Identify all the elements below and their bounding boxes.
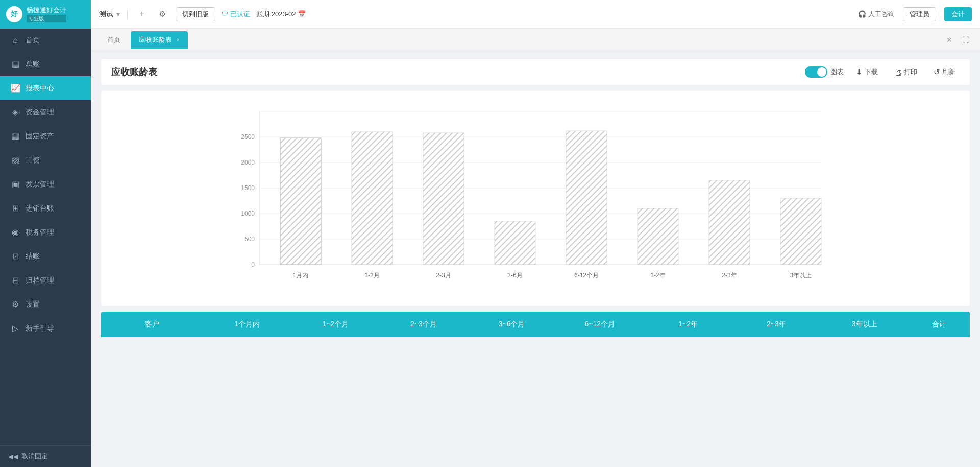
- svg-text:500: 500: [244, 236, 255, 243]
- sidebar-item-ledger[interactable]: ▤ 总账: [0, 52, 91, 76]
- tabs-bar: 首页 应收账龄表 × ✕ ⛶: [91, 29, 980, 51]
- home-icon: ⌂: [10, 36, 20, 45]
- add-button[interactable]: ＋: [135, 7, 149, 21]
- sidebar-nav: ⌂ 首页 ▤ 总账 📈 报表中心 ◈ 资金管理 ▦ 固定资产 ▨ 工资 ▣ 发票…: [0, 29, 91, 445]
- funds-icon: ◈: [10, 107, 20, 117]
- svg-rect-18: [495, 221, 535, 265]
- sidebar-item-assets[interactable]: ▦ 固定资产: [0, 124, 91, 148]
- col-header-2-3m: 2~3个月: [380, 312, 468, 337]
- guide-icon: ▷: [10, 323, 20, 333]
- topbar-right: 🎧 人工咨询 管理员 会计: [858, 7, 972, 21]
- svg-text:1000: 1000: [241, 210, 255, 217]
- col-header-2-3y: 2~3年: [732, 312, 821, 337]
- svg-rect-22: [780, 198, 821, 265]
- bar-chart: 0 500 1000 1500 2000 2500: [111, 101, 960, 295]
- page-header: 应收账龄表 图表 ⬇ 下载 🖨 打印 ↺: [101, 59, 970, 85]
- print-icon: 🖨: [894, 68, 902, 77]
- chart-toggle[interactable]: [805, 66, 827, 78]
- app-logo-icon: 好: [6, 6, 22, 22]
- svg-rect-15: [280, 138, 321, 265]
- project-selector[interactable]: 测试 ▾: [99, 10, 120, 19]
- archive-icon: ⊟: [10, 275, 20, 285]
- chart-toggle-label: 图表: [830, 67, 844, 77]
- sidebar-item-invoice[interactable]: ▣ 发票管理: [0, 172, 91, 196]
- role-button[interactable]: 会计: [944, 7, 972, 21]
- sidebar-item-funds[interactable]: ◈ 资金管理: [0, 100, 91, 124]
- sidebar-item-close[interactable]: ⊡ 结账: [0, 244, 91, 268]
- download-icon: ⬇: [856, 67, 863, 77]
- project-name: 测试: [99, 10, 113, 19]
- tab-home[interactable]: 首页: [99, 31, 129, 49]
- col-header-customer: 客户: [101, 312, 203, 337]
- table-header: 客户 1个月内 1~2个月 2~3个月 3~6个月 6~12个月 1~2年 2~…: [101, 312, 970, 337]
- svg-rect-17: [423, 133, 464, 265]
- assets-icon: ▦: [10, 131, 20, 141]
- user-button[interactable]: 管理员: [903, 7, 936, 21]
- toggle-thumb: [817, 67, 826, 77]
- sidebar-item-guide[interactable]: ▷ 新手引导: [0, 316, 91, 340]
- download-button[interactable]: ⬇ 下载: [852, 65, 882, 79]
- settings-button[interactable]: ⚙: [155, 7, 169, 21]
- sidebar-item-reports[interactable]: 📈 报表中心: [0, 76, 91, 100]
- shield-icon: 🛡: [222, 10, 228, 18]
- svg-rect-21: [709, 180, 750, 265]
- verified-badge: 🛡 已认证: [222, 10, 250, 19]
- close-accounts-icon: ⊡: [10, 251, 20, 261]
- svg-text:1月内: 1月内: [293, 272, 309, 279]
- refresh-button[interactable]: ↺ 刷新: [929, 65, 960, 79]
- pin-icon: ◀◀: [8, 453, 18, 460]
- page-content: 应收账龄表 图表 ⬇ 下载 🖨 打印 ↺: [91, 51, 980, 467]
- sidebar-item-salary[interactable]: ▨ 工资: [0, 148, 91, 172]
- calendar-icon[interactable]: 📅: [298, 10, 306, 18]
- svg-text:6-12个月: 6-12个月: [574, 272, 599, 279]
- refresh-icon: ↺: [934, 67, 940, 77]
- page-actions: 图表 ⬇ 下载 🖨 打印 ↺ 刷新: [805, 65, 960, 79]
- chart-container: 0 500 1000 1500 2000 2500: [101, 91, 970, 306]
- sidebar-logo: 好 畅捷通好会计 专业版: [0, 0, 91, 29]
- topbar-separator: |: [126, 9, 129, 19]
- svg-text:3-6月: 3-6月: [507, 272, 522, 279]
- svg-rect-16: [352, 132, 393, 265]
- window-controls: ✕ ⛶: [943, 34, 972, 46]
- svg-text:1-2年: 1-2年: [650, 272, 665, 279]
- tab-accounts-aging[interactable]: 应收账龄表 ×: [131, 31, 188, 49]
- sidebar-item-settings[interactable]: ⚙ 设置: [0, 292, 91, 316]
- svg-text:2000: 2000: [241, 159, 255, 166]
- sidebar: 好 畅捷通好会计 专业版 ⌂ 首页 ▤ 总账 📈 报表中心 ◈ 资金管理 ▦ 固…: [0, 0, 91, 467]
- sales-icon: ⊞: [10, 203, 20, 213]
- project-chevron-icon: ▾: [116, 10, 120, 18]
- svg-rect-20: [638, 208, 678, 265]
- svg-text:2-3月: 2-3月: [436, 272, 451, 279]
- col-header-1-2y: 1~2年: [644, 312, 732, 337]
- sidebar-item-tax[interactable]: ◉ 税务管理: [0, 220, 91, 244]
- svg-rect-19: [566, 131, 607, 265]
- chart-toggle-group: 图表: [805, 66, 844, 78]
- settings-icon: ⚙: [10, 299, 20, 309]
- svg-text:1500: 1500: [241, 184, 255, 192]
- col-header-6-12m: 6~12个月: [556, 312, 644, 337]
- col-header-total: 合计: [909, 312, 970, 337]
- col-header-1m: 1个月内: [203, 312, 291, 337]
- close-window-icon[interactable]: ✕: [943, 34, 955, 46]
- col-header-3y-plus: 3年以上: [820, 312, 909, 337]
- svg-text:2500: 2500: [241, 133, 255, 141]
- expand-window-icon[interactable]: ⛶: [960, 34, 972, 46]
- print-button[interactable]: 🖨 打印: [890, 65, 921, 79]
- sidebar-item-home[interactable]: ⌂ 首页: [0, 29, 91, 52]
- service-button[interactable]: 🎧 人工咨询: [858, 10, 895, 19]
- svg-text:3年以上: 3年以上: [790, 272, 812, 279]
- page-title: 应收账龄表: [111, 66, 157, 78]
- sidebar-item-archive[interactable]: ⊟ 归档管理: [0, 268, 91, 292]
- svg-text:2-3年: 2-3年: [722, 272, 737, 279]
- invoice-icon: ▣: [10, 179, 20, 189]
- tax-icon: ◉: [10, 227, 20, 237]
- switch-old-version-button[interactable]: 切到旧版: [176, 7, 215, 21]
- sidebar-item-sales[interactable]: ⊞ 进销台账: [0, 196, 91, 220]
- headset-icon: 🎧: [858, 10, 866, 18]
- tab-close-icon[interactable]: ×: [176, 36, 180, 43]
- svg-text:0: 0: [251, 261, 255, 268]
- svg-text:1-2月: 1-2月: [364, 272, 379, 279]
- ledger-icon: ▤: [10, 59, 20, 69]
- cancel-fixed-btn[interactable]: ◀◀ 取消固定: [0, 445, 91, 467]
- period-display: 账期 2023-02 📅: [256, 10, 306, 19]
